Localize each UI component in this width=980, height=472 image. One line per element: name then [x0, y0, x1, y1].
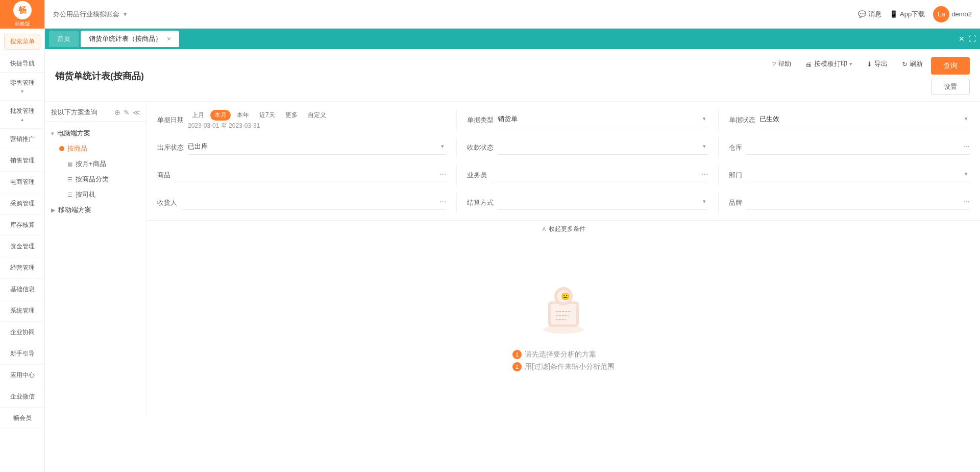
filter-warehouse-status-item: 出库状态 已出库 ▾ — [157, 140, 446, 155]
doctype-label: 单据类型 — [467, 115, 494, 125]
date-tab-7days[interactable]: 近7天 — [255, 110, 279, 121]
print-icon: 🖨 — [805, 60, 812, 68]
tree-item-by-month-goods[interactable]: ▦ 按月+商品 — [45, 156, 146, 172]
left-panel-header: 按以下方案查询 ⊕ ✎ ≪ — [45, 108, 146, 122]
date-tab-last-month[interactable]: 上月 — [188, 110, 208, 121]
app-download-button[interactable]: 📱 App下载 — [890, 10, 925, 19]
settlement-arrow: ▾ — [703, 198, 706, 205]
filter-storage-item: 仓库 ··· — [729, 140, 970, 155]
sidebar-item-newbie[interactable]: 新手引导 — [0, 343, 44, 365]
date-tab-more[interactable]: 更多 — [281, 110, 302, 121]
marketing-label: 营销推广 — [10, 135, 35, 144]
search-menu-button[interactable]: 搜索菜单 — [4, 34, 40, 50]
goods-control[interactable]: ··· — [175, 168, 446, 182]
brand-control[interactable]: ··· — [746, 196, 970, 210]
sidebar-item-app-center[interactable]: 应用中心 — [0, 365, 44, 386]
close-window-icon[interactable]: ✕ — [959, 35, 965, 43]
page-action-group: ? 帮助 🖨 按模板打印 ▾ ⬇ 导出 ↻ — [768, 57, 927, 70]
template-print-button[interactable]: 🖨 按模板打印 ▾ — [801, 57, 856, 70]
settlement-select[interactable]: ▾ — [498, 196, 708, 210]
doctype-select[interactable]: 销货单 ▾ — [498, 113, 708, 127]
storage-control[interactable]: ··· — [746, 140, 970, 155]
receiver-dots[interactable]: ··· — [439, 197, 446, 206]
message-button[interactable]: 💬 消息 — [858, 10, 881, 19]
edit-plan-icon[interactable]: ✎ — [124, 108, 130, 116]
filter-area: 单据日期 上月 本月 本年 近7天 更多 自定义 — [147, 102, 980, 415]
tab-sales-report[interactable]: 销货单统计表（按商品） × — [81, 31, 179, 47]
tree-expand-icon: ▾ — [51, 130, 54, 137]
left-panel-actions: ⊕ ✎ ≪ — [114, 108, 140, 116]
date-tab-custom[interactable]: 自定义 — [304, 110, 330, 121]
brand-dots[interactable]: ··· — [963, 197, 970, 206]
collapse-panel-icon[interactable]: ≪ — [133, 108, 140, 116]
tree-item-by-goods[interactable]: 按商品 — [45, 141, 146, 156]
sidebar-item-finance[interactable]: 资金管理 — [0, 236, 44, 257]
breadcrumb-dropdown-icon[interactable]: ▾ — [124, 10, 127, 18]
tab-home-label: 首页 — [57, 34, 70, 43]
sidebar-item-inventory[interactable]: 库存核算 — [0, 215, 44, 236]
sidebar-item-wholesale[interactable]: 批发管理 ▴ — [0, 101, 44, 129]
purchase-label: 采购管理 — [10, 199, 35, 208]
department-arrow: ▾ — [965, 171, 968, 177]
sidebar-item-wechat[interactable]: 企业微信 — [0, 386, 44, 408]
salesperson-control[interactable]: ··· — [491, 168, 708, 182]
member-label: 畅会员 — [13, 414, 32, 422]
page-title: 销货单统计表(按商品) — [55, 70, 144, 82]
salesperson-dots[interactable]: ··· — [701, 170, 708, 179]
filter-docstatus-item: 单据状态 已生效 ▾ — [729, 113, 970, 127]
help-button[interactable]: ? 帮助 — [768, 57, 795, 70]
date-tab-this-year[interactable]: 本年 — [233, 110, 253, 121]
sidebar-item-system[interactable]: 系统管理 — [0, 300, 44, 322]
docstatus-select[interactable]: 已生效 ▾ — [760, 113, 970, 127]
help-label: 帮助 — [778, 59, 791, 68]
sidebar-item-member[interactable]: 畅会员 — [0, 408, 44, 429]
department-label: 部门 — [729, 171, 742, 180]
quick-nav-item[interactable]: 快捷导航 — [0, 55, 44, 73]
tree-label: 电脑端方案 — [57, 129, 90, 138]
app-download-icon: 📱 — [890, 10, 898, 18]
filter-settlement-item: 结算方式 ▾ — [467, 196, 708, 210]
tree-item-mobile[interactable]: ▶ 移动端方案 — [45, 202, 146, 218]
storage-dots[interactable]: ··· — [963, 142, 970, 151]
sidebar-item-enterprise[interactable]: 企业协同 — [0, 322, 44, 343]
app-logo[interactable]: 畅 标账版 — [0, 0, 44, 29]
print-dropdown-arrow: ▾ — [849, 61, 852, 67]
query-button[interactable]: 查询 — [931, 57, 970, 75]
receipt-status-select[interactable]: ▾ — [498, 140, 708, 155]
collapse-more-button[interactable]: ∧ 收起更多条件 — [147, 220, 980, 238]
page-actions: ? 帮助 🖨 按模板打印 ▾ ⬇ 导出 ↻ — [768, 57, 970, 95]
tab-home[interactable]: 首页 — [49, 31, 79, 47]
sidebar-item-basic[interactable]: 基础信息 — [0, 279, 44, 300]
receiver-control[interactable]: ··· — [181, 196, 446, 210]
export-label: 导出 — [874, 59, 888, 68]
settings-button[interactable]: 设置 — [931, 79, 970, 95]
maximize-icon[interactable]: ⛶ — [969, 35, 976, 43]
docstatus-label: 单据状态 — [729, 115, 755, 125]
divider-1 — [456, 110, 457, 130]
tree-item-by-driver[interactable]: ☰ 按司机 — [45, 187, 146, 202]
salesperson-label: 业务员 — [467, 171, 487, 180]
logo-char: 畅 — [18, 5, 27, 16]
date-tab-this-month[interactable]: 本月 — [210, 110, 231, 121]
enterprise-label: 企业协同 — [10, 328, 35, 337]
filter-receiver-item: 收货人 ··· — [157, 196, 446, 210]
storage-label: 仓库 — [729, 143, 742, 152]
sidebar-item-ecommerce[interactable]: 电商管理 — [0, 172, 44, 193]
tree-item-desktop[interactable]: ▾ 电脑端方案 — [45, 126, 146, 141]
user-profile[interactable]: Ea demo2 — [933, 6, 972, 22]
sidebar-item-marketing[interactable]: 营销推广 — [0, 129, 44, 150]
collapse-label: ∧ 收起更多条件 — [542, 225, 585, 232]
add-plan-icon[interactable]: ⊕ — [114, 108, 120, 116]
svg-rect-2 — [551, 304, 576, 324]
export-button[interactable]: ⬇ 导出 — [863, 57, 892, 70]
refresh-button[interactable]: ↻ 刷新 — [898, 57, 927, 70]
tab-close-icon[interactable]: × — [167, 35, 171, 43]
goods-dots[interactable]: ··· — [439, 170, 446, 179]
warehouse-status-select[interactable]: 已出库 ▾ — [188, 140, 446, 155]
sidebar-item-retail[interactable]: 零售管理 ▾ — [0, 73, 44, 101]
sidebar-item-operations[interactable]: 经营管理 — [0, 257, 44, 279]
tree-item-by-category[interactable]: ☰ 按商品分类 — [45, 172, 146, 187]
sidebar-item-purchase[interactable]: 采购管理 — [0, 193, 44, 215]
sidebar-item-sales[interactable]: 销售管理 — [0, 150, 44, 172]
department-select[interactable]: ▾ — [746, 168, 970, 182]
